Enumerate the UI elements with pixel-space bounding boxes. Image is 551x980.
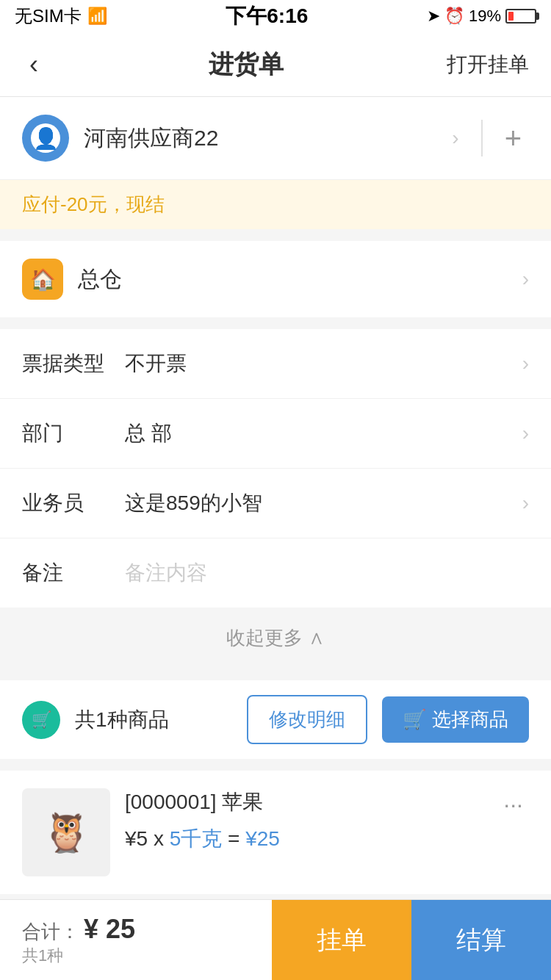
quantity-value: 5千克 xyxy=(170,827,223,850)
product-header-icon: 🛒 xyxy=(22,701,60,739)
total-count: 共1种 xyxy=(22,945,250,967)
supplier-divider xyxy=(481,120,483,156)
location-icon: ➤ xyxy=(427,7,440,26)
product-price: ¥5 x 5千克 = ¥25 xyxy=(125,825,483,853)
product-more-button[interactable]: ··· xyxy=(497,788,529,821)
page-title: 进货单 xyxy=(209,48,284,82)
supplier-name: 河南供应商22 xyxy=(84,123,452,154)
price-multiply: x xyxy=(154,827,170,850)
product-code: [0000001] xyxy=(125,790,217,813)
total-area: 合计： ¥ 25 共1种 xyxy=(0,914,272,967)
total-label: 合计： xyxy=(22,919,79,945)
product-header: 🛒 共1种商品 修改明细 🛒 选择商品 xyxy=(0,680,551,759)
carrier-label: 无SIM卡 xyxy=(15,4,82,28)
warehouse-row[interactable]: 🏠 总仓 › xyxy=(0,241,551,317)
product-thumb-icon: 🦉 xyxy=(43,810,90,855)
product-total: ¥25 xyxy=(245,827,280,850)
cart-icon: 🛒 xyxy=(32,710,51,729)
open-pending-button[interactable]: 打开挂单 xyxy=(447,51,529,79)
remark-label: 备注 xyxy=(22,559,125,587)
checkout-button[interactable]: 结算 xyxy=(411,900,551,981)
warehouse-name: 总仓 xyxy=(78,264,522,295)
warning-text: 应付-20元，现结 xyxy=(22,193,165,215)
status-left: 无SIM卡 📶 xyxy=(15,4,107,28)
add-supplier-button[interactable]: + xyxy=(497,122,529,155)
hang-order-button[interactable]: 挂单 xyxy=(272,900,411,981)
select-product-button[interactable]: 🛒 选择商品 xyxy=(382,696,529,743)
avatar-icon: 👤 xyxy=(33,126,59,151)
salesperson-value: 这是859的小智 xyxy=(125,489,522,517)
remark-row[interactable]: 备注 备注内容 xyxy=(0,538,551,608)
collapse-label: 收起更多 ∧ xyxy=(226,627,324,649)
department-value: 总 部 xyxy=(125,419,522,447)
product-title: 苹果 xyxy=(222,790,263,813)
battery-percent: 19% xyxy=(469,7,501,26)
product-item: 🦉 [0000001] 苹果 ¥5 x 5千克 = ¥25 ··· xyxy=(0,771,551,894)
supplier-section: 👤 河南供应商22 › + xyxy=(0,97,551,180)
content-area: 👤 河南供应商22 › + 应付-20元，现结 🏠 总仓 › 票据类型 不开票 … xyxy=(0,97,551,980)
department-arrow-icon: › xyxy=(522,422,529,445)
remark-placeholder: 备注内容 xyxy=(125,559,529,587)
warehouse-arrow-icon: › xyxy=(522,267,529,291)
status-right: ➤ ⏰ 19% xyxy=(427,7,536,26)
price-equals: = xyxy=(228,827,245,850)
battery-fill xyxy=(508,12,514,21)
supplier-row[interactable]: 👤 河南供应商22 › + xyxy=(0,97,551,180)
invoice-type-value: 不开票 xyxy=(125,350,522,378)
status-time: 下午6:16 xyxy=(226,2,308,30)
product-name: [0000001] 苹果 xyxy=(125,788,483,816)
edit-detail-button[interactable]: 修改明细 xyxy=(247,695,367,744)
nav-bar: ‹ 进货单 打开挂单 xyxy=(0,32,551,97)
supplier-avatar-inner: 👤 xyxy=(31,123,60,153)
salesperson-row[interactable]: 业务员 这是859的小智 › xyxy=(0,469,551,538)
back-button[interactable]: ‹ xyxy=(22,42,46,87)
total-amount: 合计： ¥ 25 xyxy=(22,914,250,945)
invoice-type-row[interactable]: 票据类型 不开票 › xyxy=(0,329,551,399)
supplier-arrow-icon: › xyxy=(452,126,458,150)
invoice-type-arrow-icon: › xyxy=(522,352,529,375)
collapse-bar[interactable]: 收起更多 ∧ xyxy=(0,608,551,669)
product-thumbnail: 🦉 xyxy=(22,788,110,876)
wifi-icon: 📶 xyxy=(87,7,107,26)
select-product-icon: 🛒 xyxy=(403,708,426,731)
select-product-label: 选择商品 xyxy=(432,707,508,732)
payment-warning-bar: 应付-20元，现结 xyxy=(0,180,551,229)
battery-icon xyxy=(505,9,536,24)
department-row[interactable]: 部门 总 部 › xyxy=(0,399,551,469)
invoice-type-label: 票据类型 xyxy=(22,350,125,378)
supplier-avatar: 👤 xyxy=(22,115,69,162)
warehouse-icon: 🏠 xyxy=(22,259,63,300)
price-value: ¥5 xyxy=(125,827,148,850)
form-section: 票据类型 不开票 › 部门 总 部 › 业务员 这是859的小智 › 备注 备注… xyxy=(0,329,551,608)
product-count-label: 共1种商品 xyxy=(75,706,232,734)
status-bar: 无SIM卡 📶 下午6:16 ➤ ⏰ 19% xyxy=(0,0,551,32)
department-label: 部门 xyxy=(22,419,125,447)
salesperson-label: 业务员 xyxy=(22,489,125,517)
bottom-bar: 合计： ¥ 25 共1种 挂单 结算 xyxy=(0,899,551,980)
alarm-icon: ⏰ xyxy=(444,7,464,26)
product-info: [0000001] 苹果 ¥5 x 5千克 = ¥25 xyxy=(125,788,483,853)
total-number: ¥ 25 xyxy=(84,914,135,945)
salesperson-arrow-icon: › xyxy=(522,491,529,515)
